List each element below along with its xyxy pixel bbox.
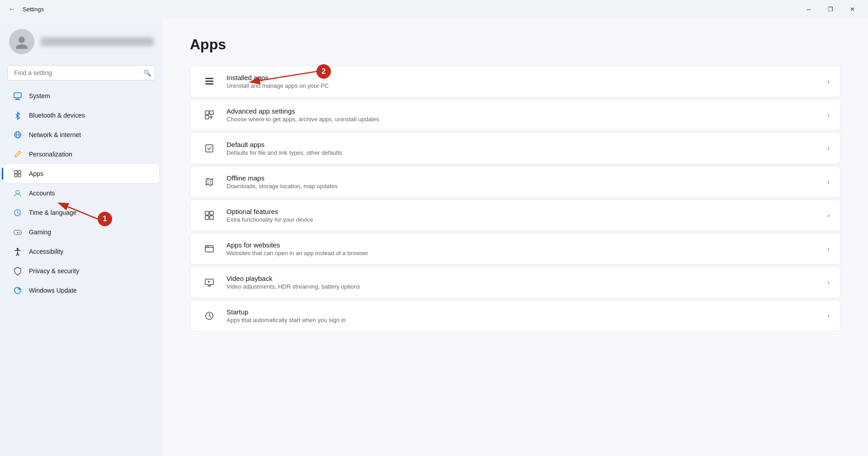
sidebar-item-label-bluetooth: Bluetooth & devices [29,112,85,119]
sidebar-item-label-update: Windows Update [29,287,77,294]
settings-item-desc-optional-features: Extra functionality for your device [226,216,818,223]
startup-icon [201,308,217,324]
settings-item-default-apps[interactable]: Default apps Defaults for file and link … [190,133,841,164]
svg-point-34 [208,246,209,247]
titlebar: ← Settings ─ ❐ ✕ [0,0,868,18]
settings-item-text-optional-features: Optional features Extra functionality fo… [226,208,818,223]
svg-rect-36 [208,285,211,286]
sidebar-item-label-apps: Apps [29,170,43,177]
chevron-icon-advanced-app-settings: › [827,111,830,119]
settings-list: Installed apps Uninstall and manage apps… [190,66,841,332]
svg-point-18 [19,233,20,233]
bluetooth-icon [13,110,23,120]
settings-item-optional-features[interactable]: Optional features Extra functionality fo… [190,200,841,231]
svg-point-1 [16,44,28,49]
settings-item-startup[interactable]: Startup Apps that automatically start wh… [190,300,841,332]
svg-rect-22 [205,81,213,82]
settings-item-title-optional-features: Optional features [226,208,818,215]
installed-apps-icon [201,73,217,90]
settings-item-text-installed-apps: Installed apps Uninstall and manage apps… [226,74,818,89]
svg-rect-9 [18,171,21,173]
sidebar-item-accounts[interactable]: Accounts [4,184,159,203]
settings-item-desc-video-playback: Video adjustments, HDR streaming, batter… [226,283,818,290]
chevron-icon-optional-features: › [827,212,830,219]
sidebar-item-bluetooth[interactable]: Bluetooth & devices [4,106,159,125]
system-icon [13,91,23,101]
avatar [9,29,34,54]
page-title: Apps [190,36,841,53]
sidebar-item-system[interactable]: System [4,86,159,105]
svg-rect-25 [210,111,213,114]
sidebar-item-label-system: System [29,92,50,100]
svg-rect-2 [14,93,21,98]
accessibility-icon [13,247,23,256]
apps-icon [13,169,23,179]
chevron-icon-default-apps: › [827,145,830,152]
optional-features-icon [201,207,217,223]
sidebar-item-time[interactable]: Time & language [4,203,159,222]
settings-item-text-advanced-app-settings: Advanced app settings Choose where to ge… [226,107,818,123]
svg-point-0 [19,37,25,43]
search-input[interactable] [7,65,156,81]
svg-point-12 [16,190,19,194]
update-icon [13,285,23,295]
sidebar-item-apps[interactable]: Apps [4,164,159,183]
svg-point-17 [19,232,20,233]
minimize-button[interactable]: ─ [798,2,819,16]
svg-rect-27 [206,145,213,152]
sidebar-item-network[interactable]: Network & internet [4,125,159,144]
main-content: Apps Installed apps Uninstall and manage… [163,18,868,456]
chevron-icon-installed-apps: › [827,78,830,85]
settings-item-desc-installed-apps: Uninstall and manage apps on your PC [226,82,818,89]
svg-rect-26 [205,115,209,119]
sidebar-item-privacy[interactable]: Privacy & security [4,261,159,280]
sidebar-item-gaming[interactable]: Gaming [4,223,159,242]
offline-maps-icon [201,174,217,190]
settings-item-title-offline-maps: Offline maps [226,174,818,182]
svg-point-19 [17,248,19,250]
app-body: 🔍 System Bluetooth & devices Network & i… [0,18,868,456]
svg-rect-11 [18,174,21,177]
settings-item-desc-startup: Apps that automatically start when you s… [226,317,818,323]
settings-item-title-default-apps: Default apps [226,141,818,148]
sidebar-item-label-accessibility: Accessibility [29,248,63,255]
svg-rect-24 [205,111,209,114]
close-button[interactable]: ✕ [842,2,863,16]
settings-item-text-startup: Startup Apps that automatically start wh… [226,308,818,323]
sidebar-item-accessibility[interactable]: Accessibility [4,242,159,261]
svg-rect-23 [205,83,213,85]
restore-button[interactable]: ❐ [820,2,841,16]
sidebar: 🔍 System Bluetooth & devices Network & i… [0,18,163,456]
sidebar-item-update[interactable]: Windows Update [4,281,159,300]
settings-item-title-video-playback: Video playback [226,275,818,282]
settings-item-advanced-app-settings[interactable]: Advanced app settings Choose where to ge… [190,99,841,131]
svg-rect-4 [15,99,20,100]
advanced-app-settings-icon [201,107,217,123]
settings-item-desc-advanced-app-settings: Choose where to get apps, archive apps, … [226,116,818,123]
settings-item-text-video-playback: Video playback Video adjustments, HDR st… [226,275,818,290]
apps-for-websites-icon [201,241,217,257]
chevron-icon-apps-for-websites: › [827,245,830,252]
window-controls: ─ ❐ ✕ [798,2,863,16]
settings-item-video-playback[interactable]: Video playback Video adjustments, HDR st… [190,266,841,298]
sidebar-item-personalization[interactable]: Personalization [4,145,159,164]
svg-point-33 [207,246,208,247]
video-playback-icon [201,274,217,290]
user-section [0,18,163,63]
back-button[interactable]: ← [5,3,18,15]
sidebar-item-label-network: Network & internet [29,131,81,138]
svg-rect-31 [210,216,213,219]
chevron-icon-startup: › [827,312,830,319]
svg-rect-29 [210,211,213,215]
gaming-icon [13,227,23,237]
settings-item-installed-apps[interactable]: Installed apps Uninstall and manage apps… [190,66,841,97]
personalization-icon [13,149,23,159]
settings-item-apps-for-websites[interactable]: Apps for websites Websites that can open… [190,233,841,265]
sidebar-item-label-privacy: Privacy & security [29,267,79,275]
svg-point-20 [14,287,21,294]
chevron-icon-offline-maps: › [827,178,830,185]
settings-item-text-apps-for-websites: Apps for websites Websites that can open… [226,241,818,256]
sidebar-item-label-accounts: Accounts [29,190,55,197]
settings-item-offline-maps[interactable]: Offline maps Downloads, storage location… [190,166,841,198]
search-box: 🔍 [7,65,156,81]
